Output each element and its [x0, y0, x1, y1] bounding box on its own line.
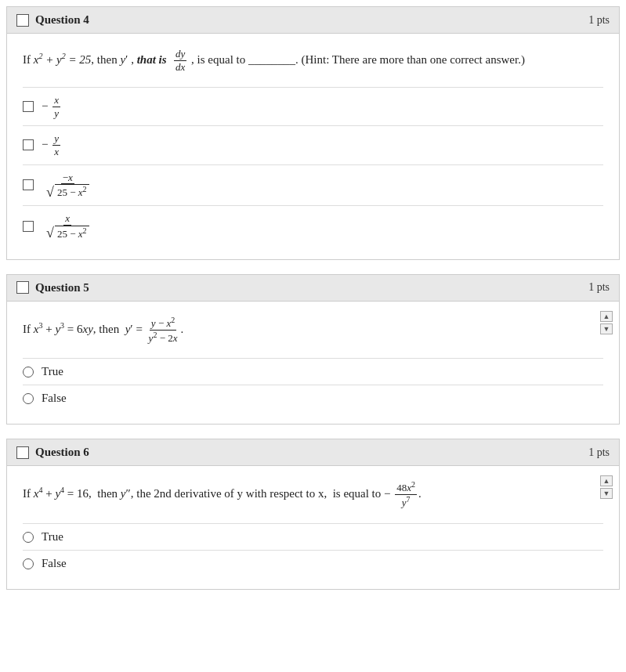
- question-4-header: Question 4 1 pts: [7, 7, 619, 34]
- q6-radio-true[interactable]: [23, 532, 34, 543]
- q4-checkbox-2[interactable]: [23, 139, 34, 150]
- question-6-title: Question 6: [16, 446, 89, 459]
- question-5-scroll-up[interactable]: ▲: [600, 311, 613, 322]
- question-5-checkbox[interactable]: [16, 281, 29, 294]
- q5-answer-true: True: [23, 358, 603, 385]
- question-5-body: ▲ ▼ If x3 + y3 = 6xy, then y′ = y − x2 y…: [7, 302, 619, 425]
- question-6-pts: 1 pts: [588, 446, 610, 459]
- question-6-checkbox[interactable]: [16, 446, 29, 459]
- question-4-body: If x2 + y2 = 25, then y′ , that is dy dx…: [7, 34, 619, 259]
- question-6-scroll: ▲ ▼: [600, 475, 613, 499]
- q5-answer-false: False: [23, 385, 603, 411]
- q6-true-label: True: [42, 530, 63, 544]
- question-5-header: Question 5 1 pts: [7, 275, 619, 302]
- q5-radio-false[interactable]: [23, 393, 34, 404]
- question-4-pts: 1 pts: [588, 14, 610, 27]
- q4-answer-3-math: −x √ 25 − x2: [42, 172, 94, 200]
- question-5-pts: 1 pts: [588, 281, 610, 294]
- q4-answer-4-math: x √ 25 − x2: [42, 212, 94, 240]
- q5-true-label: True: [42, 365, 63, 378]
- question-5-scroll-down[interactable]: ▼: [600, 323, 613, 334]
- question-4-label: Question 4: [35, 13, 89, 27]
- question-4-block: Question 4 1 pts If x2 + y2 = 25, then y…: [6, 6, 620, 260]
- question-4-checkbox[interactable]: [16, 14, 29, 27]
- question-5-block: Question 5 1 pts ▲ ▼ If x3 + y3 = 6xy, t…: [6, 274, 620, 425]
- q4-math-eq: x2 + y2 = 25: [34, 53, 92, 66]
- question-6-scroll-up[interactable]: ▲: [600, 475, 613, 486]
- question-5-scroll: ▲ ▼: [600, 311, 613, 334]
- q4-checkbox-4[interactable]: [23, 221, 34, 232]
- q4-answer-4: x √ 25 − x2: [23, 205, 603, 247]
- question-6-scroll-down[interactable]: ▼: [600, 488, 613, 499]
- question-5-text: If x3 + y3 = 6xy, then y′ = y − x2 y2 − …: [23, 316, 603, 345]
- question-4-title: Question 4: [16, 13, 89, 27]
- q5-false-label: False: [42, 392, 67, 405]
- question-6-text: If x4 + y4 = 16, then y″, the 2nd deriva…: [23, 480, 603, 509]
- q6-false-label: False: [42, 557, 67, 570]
- q4-answer-2-math: − y x: [42, 132, 62, 157]
- question-6-header: Question 6 1 pts: [7, 439, 619, 466]
- question-6-block: Question 6 1 pts ▲ ▼ If x4 + y4 = 16, th…: [6, 439, 620, 590]
- question-5-title: Question 5: [16, 281, 89, 294]
- q4-checkbox-3[interactable]: [23, 179, 34, 190]
- question-6-body: ▲ ▼ If x4 + y4 = 16, then y″, the 2nd de…: [7, 466, 619, 589]
- q4-answer-3: −x √ 25 − x2: [23, 164, 603, 206]
- question-6-label: Question 6: [35, 446, 89, 459]
- q6-answer-false: False: [23, 550, 603, 576]
- q4-answer-1-math: − x y: [42, 94, 62, 119]
- question-4-text: If x2 + y2 = 25, then y′ , that is dy dx…: [23, 48, 603, 73]
- q6-radio-false[interactable]: [23, 558, 34, 569]
- q4-answer-2: − y x: [23, 125, 603, 164]
- q6-answer-true: True: [23, 523, 603, 550]
- question-5-label: Question 5: [35, 281, 89, 294]
- q4-dy-dx: dy dx: [174, 48, 186, 73]
- q5-radio-true[interactable]: [23, 367, 34, 378]
- q4-answer-1: − x y: [23, 87, 603, 125]
- q4-checkbox-1[interactable]: [23, 101, 34, 112]
